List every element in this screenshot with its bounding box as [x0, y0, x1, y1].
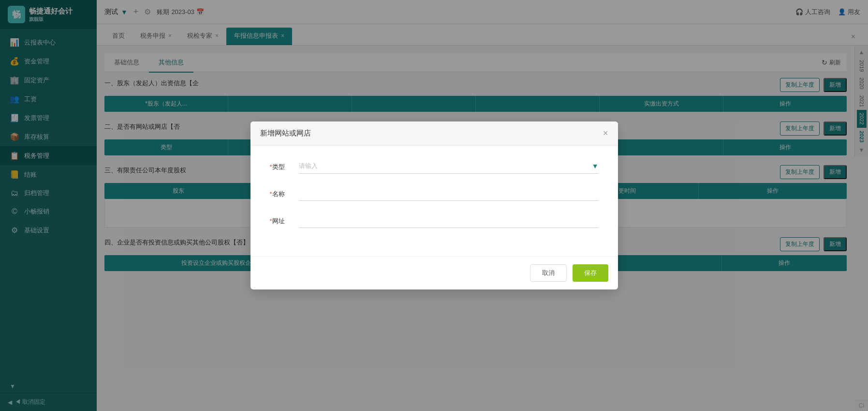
url-label: *网址 — [270, 217, 299, 226]
type-dropdown-icon[interactable]: ▼ — [592, 162, 599, 170]
cancel-button[interactable]: 取消 — [530, 264, 567, 282]
url-input[interactable] — [299, 214, 599, 226]
save-button[interactable]: 保存 — [573, 264, 608, 282]
name-input[interactable] — [299, 187, 599, 198]
form-field-type: *类型 ▼ — [270, 160, 599, 174]
modal-body: *类型 ▼ *名称 *网址 — [250, 146, 618, 256]
modal-overlay: 新增网站或网店 × *类型 ▼ *名称 — [0, 0, 868, 411]
form-field-url: *网址 — [270, 214, 599, 228]
name-label: *名称 — [270, 190, 299, 198]
modal-close-button[interactable]: × — [603, 128, 608, 138]
name-input-wrap[interactable] — [299, 187, 599, 201]
type-label: *类型 — [270, 163, 299, 171]
modal-title: 新增网站或网店 — [260, 129, 311, 138]
modal-add-website: 新增网站或网店 × *类型 ▼ *名称 — [250, 122, 618, 289]
url-input-wrap[interactable] — [299, 214, 599, 228]
form-field-name: *名称 — [270, 187, 599, 201]
modal-header: 新增网站或网店 × — [250, 122, 618, 146]
type-input[interactable] — [299, 160, 592, 171]
modal-footer: 取消 保存 — [250, 256, 618, 289]
type-input-wrap[interactable]: ▼ — [299, 160, 599, 174]
